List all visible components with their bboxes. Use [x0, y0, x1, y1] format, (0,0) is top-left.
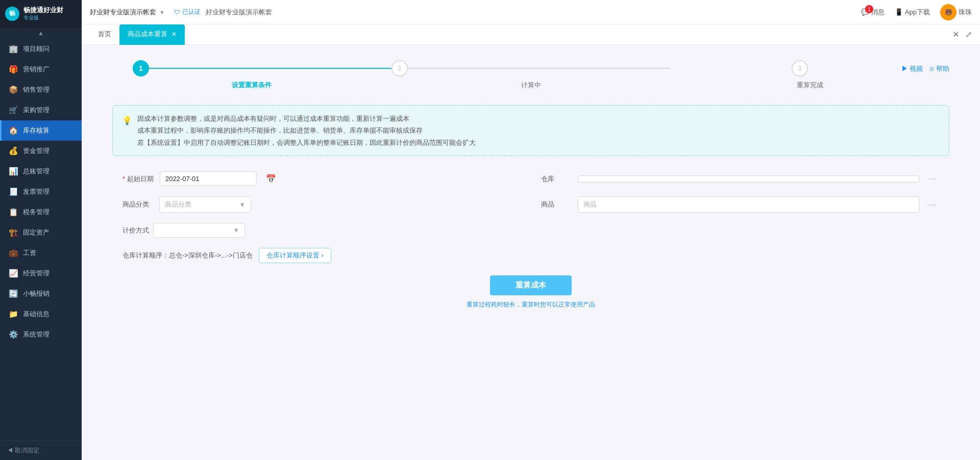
step-2-line: [408, 68, 671, 69]
step-2-circle: 2: [391, 60, 408, 76]
warehouse-field: 仓库 ···: [541, 173, 939, 184]
sidebar-header: 畅 畅捷通好业财 专业版: [0, 0, 82, 28]
sidebar-item-finance[interactable]: 💰资金管理: [0, 141, 82, 161]
maximize-icon[interactable]: ⤢: [965, 30, 972, 39]
demo-account-name: 好业财专业版演示帐套: [206, 8, 272, 17]
sidebar-label-invoice: 发票管理: [23, 187, 50, 196]
step-1-label: 设置重算条件: [232, 81, 272, 90]
sidebar-label-system: 系统管理: [23, 330, 50, 339]
start-date-input[interactable]: [160, 171, 257, 186]
help-link[interactable]: ⊙ 帮助: [929, 64, 949, 73]
goods-field: 商品 商品 ···: [541, 196, 939, 213]
sidebar-nav: 🏢项目顾问🎁营销推广📦销售管理🛒采购管理🏠库存核算💰资金管理📊总账管理🧾发票管理…: [0, 39, 82, 441]
sidebar-item-tax[interactable]: 📋税务管理: [0, 202, 82, 222]
close-window-icon[interactable]: ✕: [952, 30, 959, 39]
sidebar-label-tax: 税务管理: [23, 208, 50, 217]
sidebar-title-block: 畅捷通好业财 专业版: [23, 6, 63, 21]
pricing-label: 计价方式: [122, 226, 153, 235]
finance-icon: 💰: [9, 146, 18, 156]
submit-area: 重算成本 重算过程耗时较长，重算时您可以正常使用产品: [122, 275, 939, 309]
expense-icon: 🔄: [9, 289, 18, 298]
steps-helper: ▶ 视频 ⊙ 帮助: [901, 64, 949, 73]
shield-icon: 🛡: [174, 9, 180, 16]
sidebar-logo: 畅: [5, 7, 19, 21]
form-area: *起始日期 📅 仓库 ··· 商品分类 商品分类: [112, 171, 949, 309]
goods-more-icon[interactable]: ···: [925, 199, 939, 210]
submit-button[interactable]: 重算成本: [490, 275, 572, 295]
calc-order-btn[interactable]: 仓库计算顺序设置 ›: [259, 248, 331, 263]
purchase-icon: 🛒: [9, 106, 18, 115]
topbar-verified: 🛡 已认证: [174, 8, 201, 16]
sidebar-item-inventory[interactable]: 🏠库存核算: [0, 120, 82, 141]
calendar-icon[interactable]: 📅: [266, 174, 276, 184]
info-line-1: 因成本计算参数调整，或是对商品成本有疑问时，可以通过成本重算功能，重新计算一遍成…: [137, 113, 476, 124]
sidebar-item-marketing[interactable]: 🎁营销推广: [0, 59, 82, 80]
tab-close-icon[interactable]: ✕: [172, 31, 177, 38]
video-link[interactable]: ▶ 视频: [901, 64, 923, 73]
sidebar-label-marketing: 营销推广: [23, 65, 50, 74]
sidebar-label-basic: 基础信息: [23, 310, 50, 319]
pricing-select[interactable]: ▼: [153, 223, 245, 238]
info-line-2: 成本重算过程中，影响库存账的操作均不能操作，比如进货单、销货单、库存单据不能审核…: [137, 124, 476, 136]
goods-placeholder: 商品: [583, 200, 597, 208]
tab-cost-recalc[interactable]: 商品成本重算 ✕: [119, 24, 185, 45]
topbar: 好业财专业版演示帐套 ▼ 🛡 已认证 好业财专业版演示帐套 💬 1 消息 📱 A…: [82, 0, 980, 24]
sidebar-item-expense[interactable]: 🔄小畅报销: [0, 284, 82, 304]
steps-container: 1 设置重算条件 2 计算中 3 重算完成 ▶ 视频: [112, 60, 949, 90]
app-download-label: App下载: [905, 8, 930, 17]
sidebar-label-project: 项目顾问: [23, 44, 50, 54]
pricing-row: 计价方式 ▼: [122, 223, 939, 238]
assets-icon: 🏗️: [9, 228, 18, 237]
invoice-icon: 🧾: [9, 187, 18, 196]
sidebar-item-sales[interactable]: 📦销售管理: [0, 80, 82, 100]
message-action[interactable]: 💬 1 消息: [861, 8, 885, 17]
tab-active-label: 商品成本重算: [128, 30, 167, 39]
sidebar-item-accounting[interactable]: 📊总账管理: [0, 161, 82, 182]
sidebar-label-business: 经营管理: [23, 269, 50, 278]
goods-input[interactable]: 商品: [578, 196, 919, 213]
user-profile[interactable]: 🐻 珠珠: [940, 4, 972, 20]
tabbar-controls: ✕ ⤢: [952, 30, 972, 39]
sidebar-item-assets[interactable]: 🏗️固定资产: [0, 222, 82, 243]
sidebar-scroll-up[interactable]: ▲: [0, 28, 82, 39]
sidebar-item-basic[interactable]: 📁基础信息: [0, 304, 82, 324]
calc-order-btn-label: 仓库计算顺序设置 ›: [266, 251, 324, 260]
tab-home[interactable]: 首页: [90, 24, 119, 45]
form-row-1: *起始日期 📅 仓库 ···: [122, 171, 939, 186]
avatar: 🐻: [940, 4, 957, 20]
accounting-icon: 📊: [9, 167, 18, 176]
category-select[interactable]: 商品分类 ▼: [159, 196, 251, 213]
business-icon: 📈: [9, 269, 18, 278]
warehouse-more-icon[interactable]: ···: [925, 173, 939, 184]
step-3-circle: 3: [792, 60, 808, 76]
sidebar-item-purchase[interactable]: 🛒采购管理: [0, 100, 82, 120]
sidebar-item-project[interactable]: 🏢项目顾问: [0, 39, 82, 59]
tab-home-label: 首页: [98, 30, 111, 39]
cancel-pin-label: ◀ 取消固定: [7, 446, 39, 455]
topbar-right: 💬 1 消息 📱 App下载 🐻 珠珠: [861, 4, 972, 20]
step-2-label: 计算中: [521, 81, 541, 90]
sidebar-label-finance: 资金管理: [23, 146, 50, 156]
goods-label: 商品: [541, 200, 572, 209]
step-3-label: 重算完成: [797, 81, 823, 90]
step-1-circle: 1: [133, 60, 149, 76]
sidebar-item-business[interactable]: 📈经营管理: [0, 263, 82, 284]
tabbar: 首页 商品成本重算 ✕ ✕ ⤢: [82, 24, 980, 45]
sidebar-item-system[interactable]: ⚙️系统管理: [0, 324, 82, 345]
category-label: 商品分类: [122, 200, 153, 209]
start-date-label: *起始日期: [122, 174, 154, 184]
phone-icon: 📱: [895, 8, 903, 16]
calc-order-text: 仓库计算顺序：总仓->深圳仓库->...->门店仓: [122, 251, 253, 260]
sidebar: 畅 畅捷通好业财 专业版 ▲ 🏢项目顾问🎁营销推广📦销售管理🛒采购管理🏠库存核算…: [0, 0, 82, 460]
sidebar-label-purchase: 采购管理: [23, 106, 50, 115]
sidebar-footer-cancel-pin[interactable]: ◀ 取消固定: [0, 441, 82, 460]
app-download-action[interactable]: 📱 App下载: [895, 8, 930, 17]
warehouse-input[interactable]: [578, 175, 919, 183]
sidebar-item-invoice[interactable]: 🧾发票管理: [0, 182, 82, 202]
warehouse-label: 仓库: [541, 174, 572, 184]
category-placeholder: 商品分类: [165, 200, 191, 209]
page-content: 1 设置重算条件 2 计算中 3 重算完成 ▶ 视频: [82, 45, 980, 460]
project-icon: 🏢: [9, 44, 18, 54]
sidebar-item-payroll[interactable]: 💼工资: [0, 243, 82, 263]
topbar-account[interactable]: 好业财专业版演示帐套 ▼: [90, 8, 165, 17]
